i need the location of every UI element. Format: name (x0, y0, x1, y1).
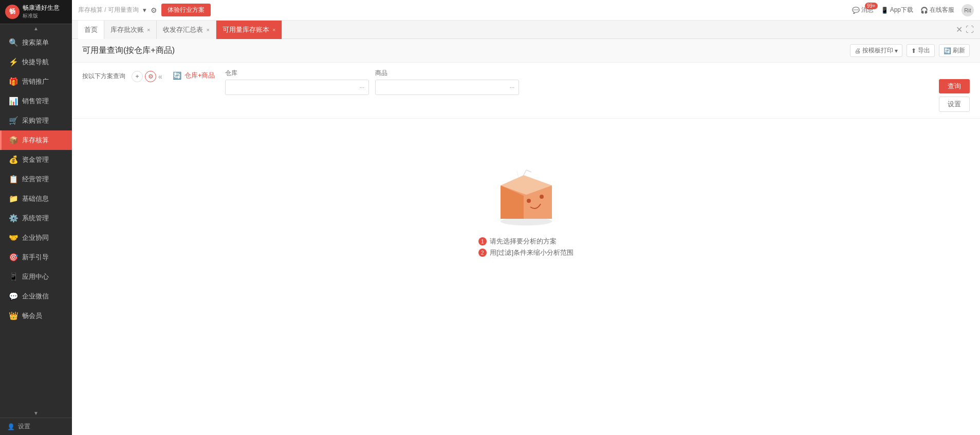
product-input[interactable] (380, 84, 509, 91)
product-input-container: ··· (375, 80, 519, 95)
header-right: 💬 消息 99+ 📱 App下载 🎧 在线客服 Rit (852, 4, 974, 16)
print-button[interactable]: 🖨 按模板打印 ▾ (850, 44, 902, 57)
refresh-button[interactable]: 🔄 刷新 (939, 44, 970, 57)
logo-title: 畅康通好生意 (23, 4, 60, 12)
sidebar-item-label: 采购管理 (22, 116, 49, 125)
sidebar-item-label: 销售管理 (22, 97, 49, 106)
shortcut-icon: ⚡ (9, 58, 18, 67)
query-button[interactable]: 查询 (939, 79, 970, 93)
hint-num-1: 1 (478, 237, 487, 245)
trial-button[interactable]: 体验行业方案 (161, 4, 211, 16)
svg-point-5 (527, 199, 531, 203)
sidebar-nav: 🔍 搜索菜单 ⚡ 快捷导航 🎁 营销推广 📊 销售管理 🛒 采购管理 📦 库存核… (0, 33, 72, 409)
add-scheme-button[interactable]: + (132, 71, 143, 82)
sidebar-item-label: 基础信息 (22, 194, 49, 203)
sidebar-item-member[interactable]: 👑 畅会员 (0, 306, 72, 326)
tab-close-all[interactable]: ✕ (956, 25, 963, 34)
warehouse-input[interactable] (230, 84, 359, 91)
tab-available-close[interactable]: × (272, 27, 275, 33)
settings-button[interactable]: 设置 (939, 97, 970, 112)
sidebar-item-purchase[interactable]: 🛒 采购管理 (0, 111, 72, 130)
hint-text-2: 用[过滤]条件来缩小分析范围 (490, 248, 574, 257)
sidebar-scroll-down[interactable]: ▼ (0, 409, 72, 418)
empty-state: 1 请先选择要分析的方案 2 用[过滤]条件来缩小分析范围 (72, 119, 980, 300)
sidebar-item-label: 经营管理 (22, 175, 49, 184)
export-icon: ⬆ (911, 47, 916, 54)
sidebar: 畅 畅康通好生意 标准版 ▲ 🔍 搜索菜单 ⚡ 快捷导航 🎁 营销推广 📊 销售… (0, 0, 72, 435)
system-icon: ⚙️ (9, 214, 18, 223)
scheme-list: 🔄 仓库+商品 (169, 69, 219, 82)
avatar[interactable]: Rit (961, 4, 974, 16)
sidebar-item-enterprise[interactable]: 🤝 企业协同 (0, 228, 72, 248)
svg-point-6 (540, 195, 544, 199)
sidebar-item-label: 应用中心 (22, 272, 49, 281)
member-icon: 👑 (9, 311, 18, 320)
tab-batch-label: 库存批次账 (110, 25, 144, 34)
sidebar-item-marketing[interactable]: 🎁 营销推广 (0, 72, 72, 91)
search-icon: 🔍 (9, 38, 18, 47)
sidebar-item-label: 资金管理 (22, 155, 49, 164)
print-dropdown-icon: ▾ (895, 47, 898, 54)
sidebar-item-search[interactable]: 🔍 搜索菜单 (0, 33, 72, 52)
sidebar-item-label: 企业协同 (22, 233, 49, 242)
tab-home[interactable]: 首页 (78, 21, 104, 39)
sidebar-item-wechat[interactable]: 💬 企业微信 (0, 287, 72, 306)
sidebar-logo: 畅 畅康通好生意 标准版 (0, 0, 72, 24)
product-ellipsis[interactable]: ··· (509, 84, 514, 91)
phone-icon: 📱 (881, 7, 889, 14)
headset-icon: 🎧 (920, 7, 928, 14)
sidebar-item-label: 营销推广 (22, 77, 49, 86)
tab-summary-close[interactable]: × (206, 27, 209, 33)
page-title-actions: 🖨 按模板打印 ▾ ⬆ 导出 🔄 刷新 (850, 44, 970, 57)
sidebar-item-label: 企业微信 (22, 292, 49, 301)
svg-line-9 (517, 171, 519, 178)
collapse-button[interactable]: « (158, 72, 162, 81)
sidebar-item-finance[interactable]: 💰 资金管理 (0, 150, 72, 169)
main-area: 库存核算 / 可用量查询 ▾ ⚙ 体验行业方案 💬 消息 99+ 📱 App下载… (72, 0, 980, 435)
sidebar-item-label: 新手引导 (22, 253, 49, 262)
settings-scheme-button[interactable]: ⚙ (145, 71, 156, 82)
tab-maximize[interactable]: ⛶ (966, 25, 974, 34)
sidebar-item-newbie[interactable]: 🎯 新手引导 (0, 248, 72, 267)
sidebar-item-operations[interactable]: 📋 经营管理 (0, 169, 72, 189)
warehouse-field-group: 仓库 ··· (225, 69, 369, 95)
tab-bar: 首页 库存批次账 × 收发存汇总表 × 可用量库存账本 × ✕ ⛶ (72, 21, 980, 39)
empty-svg (485, 160, 567, 226)
tab-available[interactable]: 可用量库存账本 × (216, 21, 282, 39)
message-icon: 💬 (852, 7, 860, 14)
sidebar-item-label: 搜索菜单 (22, 38, 49, 47)
tab-summary-label: 收发存汇总表 (163, 25, 203, 34)
sidebar-item-shortcut[interactable]: ⚡ 快捷导航 (0, 52, 72, 72)
settings-icon: 👤 (7, 423, 15, 430)
scheme-item-warehouse-product[interactable]: 🔄 仓库+商品 (169, 69, 219, 82)
sidebar-item-sales[interactable]: 📊 销售管理 (0, 91, 72, 111)
sidebar-item-label: 系统管理 (22, 214, 49, 223)
tab-batch-close[interactable]: × (147, 27, 150, 33)
sidebar-item-appstore[interactable]: 📱 应用中心 (0, 267, 72, 287)
tab-batch[interactable]: 库存批次账 × (104, 21, 157, 39)
breadcrumb-dropdown[interactable]: ▾ (143, 6, 146, 14)
warehouse-label: 仓库 (225, 69, 369, 78)
operations-icon: 📋 (9, 175, 18, 184)
sidebar-item-label: 库存核算 (22, 136, 49, 145)
print-icon: 🖨 (855, 47, 861, 54)
filter-area: 按以下方案查询 + ⚙ « 🔄 仓库+商品 仓库 ··· (72, 63, 980, 119)
sidebar-item-label: 畅会员 (22, 311, 42, 320)
sidebar-scroll-up[interactable]: ▲ (0, 24, 72, 33)
warehouse-ellipsis[interactable]: ··· (359, 84, 364, 91)
appstore-icon: 📱 (9, 272, 18, 281)
message-button[interactable]: 💬 消息 99+ (852, 6, 874, 14)
refresh-icon: 🔄 (944, 47, 951, 54)
app-download-button[interactable]: 📱 App下载 (881, 6, 913, 14)
sidebar-item-basic[interactable]: 📁 基础信息 (0, 189, 72, 209)
filter-label: 按以下方案查询 (82, 69, 125, 81)
export-button[interactable]: ⬆ 导出 (907, 44, 935, 57)
gear-icon[interactable]: ⚙ (151, 6, 157, 14)
service-button[interactable]: 🎧 在线客服 (920, 6, 954, 14)
sidebar-item-system[interactable]: ⚙️ 系统管理 (0, 209, 72, 228)
scheme-icon: 🔄 (173, 71, 181, 80)
sidebar-settings[interactable]: 👤 设置 (0, 418, 72, 435)
tab-home-label: 首页 (84, 25, 98, 34)
tab-summary[interactable]: 收发存汇总表 × (157, 21, 216, 39)
sidebar-item-inventory[interactable]: 📦 库存核算 (0, 130, 72, 150)
